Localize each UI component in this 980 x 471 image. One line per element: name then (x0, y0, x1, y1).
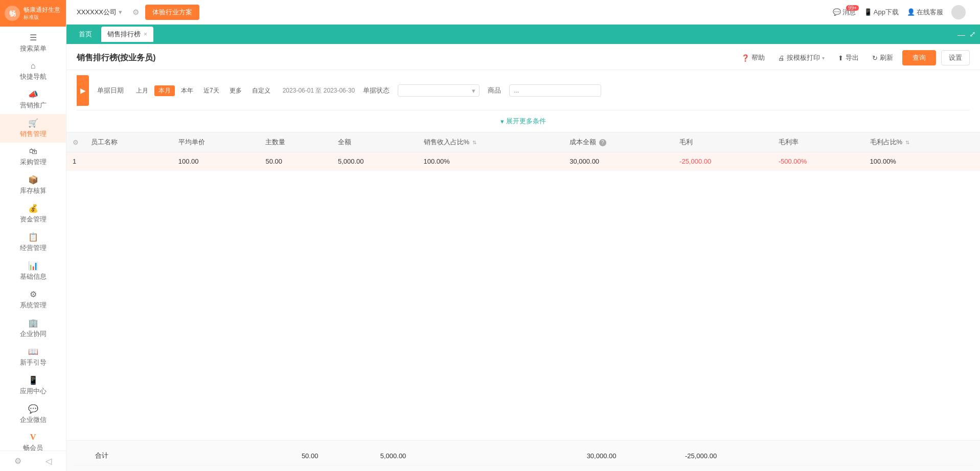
cell-revenue-pct: 100.00% (418, 152, 564, 171)
header-right: 💬 消息 99+ 📱 App下载 👤 在线客服 (833, 5, 974, 19)
wechat-icon: 💬 (28, 404, 38, 414)
print-icon: 🖨 (778, 54, 785, 62)
sidebar-item-wechat[interactable]: 💬 企业微信 (0, 400, 66, 429)
logo-icon: 畅 (4, 5, 20, 21)
status-select-wrap (398, 84, 480, 97)
sidebar-item-sales[interactable]: 🛒 销售管理 (0, 114, 66, 143)
date-tab-7days[interactable]: 近7天 (199, 85, 223, 96)
settings-gear-icon[interactable]: ⚙ (132, 8, 139, 17)
status-label: 单据状态 (363, 86, 390, 95)
table-row: 1 100.00 50.00 5,000.00 100.00% 30,000.0… (66, 152, 980, 171)
sidebar-item-label: 应用中心 (20, 387, 47, 396)
cost-info-icon[interactable]: ? (599, 139, 606, 146)
filter-row: ▶ 单据日期 上月 本月 本年 近7天 更多 自定义 2023-06-01 至 … (77, 75, 970, 106)
settings-button[interactable]: 设置 (941, 50, 970, 65)
export-button[interactable]: ⬆ 导出 (834, 51, 863, 64)
app-center-icon: 📱 (28, 375, 38, 385)
tab-bar: 首页 销售排行榜 × — ⤢ (66, 25, 980, 44)
svg-text:畅: 畅 (9, 10, 16, 17)
sidebar: 畅 畅康通好生意 标准版 ☰ 搜索菜单 ⌂ 快捷导航 📣 营销推广 🛒 销售管理… (0, 0, 66, 471)
sidebar-item-vip[interactable]: V 畅会员 (0, 429, 66, 451)
sales-icon: 🛒 (28, 118, 38, 128)
tab-close-icon[interactable]: × (144, 31, 147, 38)
sort-icon[interactable]: ⇅ (472, 140, 476, 145)
date-tab-more[interactable]: 更多 (225, 85, 246, 96)
date-tab-last-month[interactable]: 上月 (132, 85, 152, 96)
table-wrap: ⚙ 员工名称 平均单价 主数量 全额 销售收入占比% ⇅ 成本全额 ? (66, 132, 980, 440)
query-button[interactable]: 查询 (902, 50, 936, 65)
filter-arrow-toggle[interactable]: ▶ (77, 75, 89, 106)
footer-collapse-button[interactable]: ◁ (45, 456, 52, 466)
company-name: XXXXXX公司 (77, 8, 117, 17)
print-label: 按模板打印 (787, 53, 820, 62)
goods-input[interactable] (509, 84, 601, 97)
sidebar-item-guide[interactable]: 📖 新手引导 (0, 343, 66, 371)
online-service-button[interactable]: 👤 在线客服 (907, 8, 943, 17)
expand-label: 展开更多条件 (506, 117, 546, 126)
status-select[interactable] (398, 84, 480, 97)
sidebar-item-quick[interactable]: ⌂ 快捷导航 (0, 57, 66, 85)
message-badge: 99+ (846, 5, 859, 11)
sidebar-item-purchase[interactable]: 🛍 采购管理 (0, 143, 66, 171)
trial-industry-button[interactable]: 体验行业方案 (145, 5, 199, 20)
print-button[interactable]: 🖨 按模板打印 ▾ (774, 51, 829, 64)
cell-profit-rate: -500.00% (772, 152, 864, 171)
message-icon: 💬 (833, 8, 841, 16)
sidebar-item-app-center[interactable]: 📱 应用中心 (0, 371, 66, 400)
cell-qty: 50.00 (259, 152, 332, 171)
vip-icon: V (30, 433, 36, 442)
sidebar-item-enterprise[interactable]: 🏢 企业协同 (0, 314, 66, 343)
sidebar-item-label: 企业协同 (20, 329, 47, 339)
date-tab-custom[interactable]: 自定义 (248, 85, 275, 96)
footer-row: 合计 50.00 5,000.00 30,000.00 -25,000.00 (73, 446, 974, 466)
operations-icon: 📋 (28, 232, 38, 242)
inventory-icon: 📦 (28, 175, 38, 185)
sidebar-item-label: 系统管理 (20, 301, 47, 310)
tab-home[interactable]: 首页 (71, 25, 100, 44)
message-button[interactable]: 💬 消息 99+ (833, 8, 856, 17)
app-download-button[interactable]: 📱 App下载 (864, 8, 899, 17)
avatar[interactable] (951, 5, 966, 19)
footer-revenue-pct (472, 446, 581, 466)
company-selector[interactable]: XXXXXX公司 ▾ (73, 6, 126, 19)
sidebar-item-label: 库存核算 (20, 186, 47, 195)
footer-qty: 50.00 (295, 446, 374, 466)
tab-sales-rank[interactable]: 销售排行榜 × (101, 27, 153, 42)
col-profit-pct: 毛利占比% ⇅ (864, 132, 980, 152)
print-dropdown-icon: ▾ (822, 55, 825, 61)
sidebar-item-label: 快捷导航 (20, 72, 47, 81)
page-actions: ❓ 帮助 🖨 按模板打印 ▾ ⬆ 导出 ↻ 刷新 查询 设置 (737, 50, 970, 65)
sidebar-item-basic-info[interactable]: 📊 基础信息 (0, 257, 66, 285)
sidebar-item-operations[interactable]: 📋 经营管理 (0, 228, 66, 257)
profit-pct-sort-icon[interactable]: ⇅ (905, 140, 909, 145)
home-icon: ⌂ (31, 61, 36, 71)
search-menu-icon: ☰ (30, 33, 37, 42)
refresh-button[interactable]: ↻ 刷新 (868, 51, 897, 64)
sidebar-item-label: 资金管理 (20, 215, 47, 224)
tab-minimize-icon[interactable]: — (958, 30, 965, 39)
date-tab-current-year[interactable]: 本年 (177, 85, 197, 96)
sidebar-item-label: 企业微信 (20, 415, 47, 424)
col-revenue-pct: 销售收入占比% ⇅ (418, 132, 564, 152)
sidebar-item-system[interactable]: ⚙ 系统管理 (0, 285, 66, 314)
sidebar-item-finance[interactable]: 💰 资金管理 (0, 199, 66, 228)
service-icon: 👤 (907, 8, 915, 16)
sidebar-nav: ☰ 搜索菜单 ⌂ 快捷导航 📣 营销推广 🛒 销售管理 🛍 采购管理 📦 库存核… (0, 27, 66, 451)
marketing-icon: 📣 (28, 89, 38, 99)
col-settings[interactable]: ⚙ (66, 132, 85, 152)
expand-more-button[interactable]: ▾ 展开更多条件 (500, 117, 546, 126)
enterprise-icon: 🏢 (28, 318, 38, 328)
expand-row: ▾ 展开更多条件 (77, 115, 970, 127)
table-footer: 合计 50.00 5,000.00 30,000.00 -25,000.00 (66, 440, 980, 471)
cell-profit: -25,000.00 (673, 152, 772, 171)
sidebar-item-label: 营销推广 (20, 101, 47, 110)
date-tab-current-month[interactable]: 本月 (154, 85, 175, 96)
sidebar-item-inventory[interactable]: 📦 库存核算 (0, 171, 66, 199)
footer-settings-button[interactable]: ⚙ (14, 456, 21, 466)
sidebar-item-search[interactable]: ☰ 搜索菜单 (0, 29, 66, 57)
sidebar-item-marketing[interactable]: 📣 营销推广 (0, 85, 66, 114)
refresh-icon: ↻ (872, 54, 878, 62)
help-button[interactable]: ❓ 帮助 (737, 51, 769, 64)
tab-maximize-icon[interactable]: ⤢ (969, 30, 976, 39)
col-profit-rate: 毛利率 (772, 132, 864, 152)
